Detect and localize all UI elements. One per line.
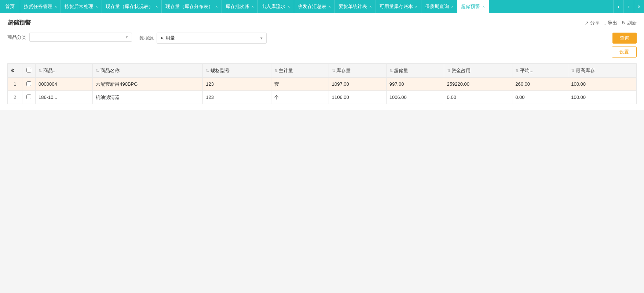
query-button[interactable]: 查询 [612, 33, 637, 44]
datasource-label: 数据源 [139, 35, 154, 41]
nav-item-kucunpicizh[interactable]: 库存批次账 × [222, 0, 258, 13]
sort-icon: ⇅ [39, 68, 42, 73]
sort-icon9: ⇅ [571, 68, 574, 73]
nav-arrow-close[interactable]: × [634, 0, 644, 13]
close-icon[interactable]: × [215, 4, 217, 9]
col-max[interactable]: ⇅ 最高库存 [568, 64, 637, 78]
datasource-select[interactable]: 可用量 ▾ [157, 33, 267, 44]
sort-icon8: ⇅ [515, 68, 519, 73]
page-title: 超储预警 [7, 19, 31, 27]
col-capital-label: 资金占用 [451, 68, 471, 73]
sort-icon6: ⇅ [389, 68, 393, 73]
filter-buttons: 查询 设置 [612, 33, 637, 58]
refresh-icon: ↻ [622, 20, 626, 26]
capital: 259220.00 [444, 78, 512, 91]
col-over-label: 超储量 [394, 68, 408, 73]
table-row: 2 186-10... 机油滤清器 123 个 1106.00 1006.00 … [8, 91, 637, 104]
close-icon[interactable]: × [288, 4, 290, 9]
nav-item-xiancunliang2[interactable]: 现存量（库存分布表） × [162, 0, 222, 13]
table-body: 1 0000004 六配套新昌490BPG 123 套 1097.00 997.… [8, 78, 637, 104]
close-icon[interactable]: × [95, 4, 98, 9]
page-header: 超储预警 ↗ 分享 ↓ 导出 ↻ 刷新 [7, 19, 637, 27]
share-icon: ↗ [585, 20, 589, 26]
col-stock[interactable]: ⇅ 库存量 [329, 64, 386, 78]
sort-icon2: ⇅ [96, 68, 99, 73]
col-stock-label: 库存量 [336, 68, 351, 73]
nav-item-jianhuorenwuguanli[interactable]: 拣货任务管理 × [20, 0, 61, 13]
close-icon[interactable]: × [55, 4, 57, 9]
product-code: 186-10... [36, 91, 93, 104]
col-over[interactable]: ⇅ 超储量 [386, 64, 444, 78]
col-checkbox[interactable] [22, 64, 36, 78]
datasource-value: 可用量 [161, 35, 175, 41]
product-name: 六配套新昌490BPG [93, 78, 203, 91]
nav-item-label: 保质期查询 [425, 3, 449, 10]
table-wrapper: ⚙ ⇅ 商品... ⇅ 商品名称 ⇅ 规格型号 [7, 63, 637, 104]
nav-item-yaohuo[interactable]: 要货单统计表 × [335, 0, 376, 13]
col-product-name-label: 商品名称 [100, 68, 120, 73]
col-unit[interactable]: ⇅ 主计量 [271, 64, 329, 78]
nav-arrow-left[interactable]: ‹ [613, 0, 623, 13]
export-icon: ↓ [604, 20, 607, 26]
col-unit-label: 主计量 [279, 68, 293, 73]
nav-home[interactable]: 首页 [0, 0, 20, 13]
table-header: ⚙ ⇅ 商品... ⇅ 商品名称 ⇅ 规格型号 [8, 64, 637, 78]
refresh-label: 刷新 [627, 20, 637, 26]
header-actions: ↗ 分享 ↓ 导出 ↻ 刷新 [585, 20, 637, 26]
col-product-name[interactable]: ⇅ 商品名称 [93, 64, 203, 78]
row-checkbox[interactable] [26, 81, 31, 86]
close-icon[interactable]: × [252, 4, 254, 9]
row-checkbox-cell[interactable] [22, 78, 36, 91]
nav-arrows: ‹ › × [613, 0, 644, 13]
nav-arrow-right[interactable]: › [623, 0, 634, 13]
col-product-code[interactable]: ⇅ 商品... [36, 64, 93, 78]
nav-item-keyongliang[interactable]: 可用量库存账本 × [376, 0, 421, 13]
nav-item-churukuliushui[interactable]: 出入库流水 × [258, 0, 294, 13]
settings-button[interactable]: 设置 [612, 47, 637, 58]
nav-item-label: 现存量（库存分布表） [165, 3, 213, 10]
row-checkbox[interactable] [26, 94, 31, 99]
nav-item-label: 拣货异常处理 [65, 3, 93, 10]
nav-item-label: 库存批次账 [226, 3, 249, 10]
close-icon-active[interactable]: × [482, 4, 484, 9]
select-all-checkbox[interactable] [26, 68, 31, 73]
nav-item-label: 出入库流水 [261, 3, 285, 10]
export-button[interactable]: ↓ 导出 [604, 20, 618, 26]
refresh-button[interactable]: ↻ 刷新 [622, 20, 637, 26]
nav-item-jianhuoyichangchuli[interactable]: 拣货异常处理 × [61, 0, 102, 13]
nav-item-label: 要货单统计表 [339, 3, 367, 10]
max: 100.00 [568, 91, 637, 104]
close-icon[interactable]: × [329, 4, 331, 9]
sort-icon7: ⇅ [447, 68, 450, 73]
unit: 套 [271, 78, 329, 91]
chevron-down-icon: ▾ [126, 35, 128, 40]
col-capital[interactable]: ⇅ 资金占用 [444, 64, 512, 78]
col-avg[interactable]: ⇅ 平均... [512, 64, 568, 78]
col-gear[interactable]: ⚙ [8, 64, 22, 78]
close-icon[interactable]: × [369, 4, 372, 9]
row-num: 1 [8, 78, 22, 91]
over: 997.00 [386, 78, 444, 91]
close-icon[interactable]: × [415, 4, 417, 9]
nav-item-xiancunliang1[interactable]: 现存量（库存状况表） × [102, 0, 162, 13]
close-icon[interactable]: × [155, 4, 158, 9]
category-select[interactable]: ▾ [29, 33, 132, 42]
col-spec-label: 规格型号 [211, 68, 230, 73]
row-checkbox-cell[interactable] [22, 91, 36, 104]
sort-icon5: ⇅ [332, 68, 335, 73]
stock: 1097.00 [329, 78, 386, 91]
data-table: ⚙ ⇅ 商品... ⇅ 商品名称 ⇅ 规格型号 [7, 63, 637, 104]
col-spec[interactable]: ⇅ 规格型号 [203, 64, 271, 78]
sort-icon3: ⇅ [206, 68, 209, 73]
product-code: 0000004 [36, 78, 93, 91]
share-label: 分享 [590, 20, 600, 26]
max: 100.00 [568, 78, 637, 91]
nav-item-chaochuyujing[interactable]: 超储预警 × [457, 0, 489, 13]
close-icon[interactable]: × [451, 4, 453, 9]
capital: 0.00 [444, 91, 512, 104]
col-max-label: 最高库存 [576, 68, 595, 73]
nav-item-baozhi[interactable]: 保质期查询 × [421, 0, 457, 13]
nav-item-shofacunhuizong[interactable]: 收发存汇总表 × [294, 0, 335, 13]
nav-item-label: 可用量库存账本 [380, 3, 413, 10]
share-button[interactable]: ↗ 分享 [585, 20, 600, 26]
